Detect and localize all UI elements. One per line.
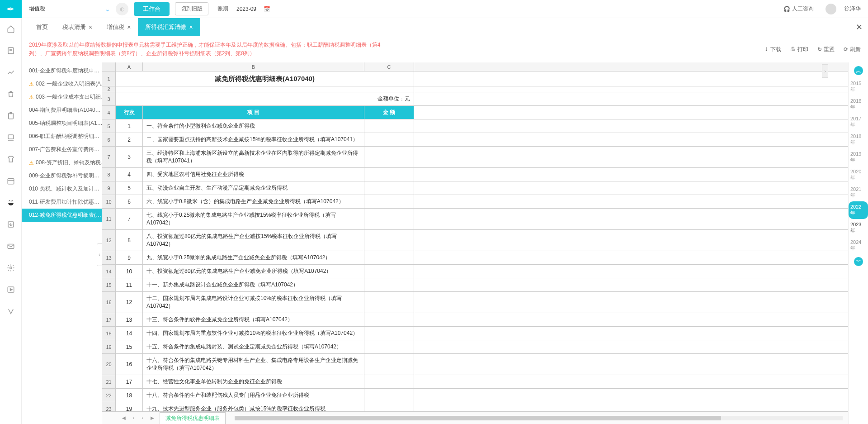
sheet-nav-prev[interactable]: ‹ bbox=[131, 415, 136, 420]
rail-export-icon[interactable] bbox=[0, 214, 22, 235]
row-header[interactable]: 20 bbox=[102, 354, 116, 375]
workbench-button[interactable]: 工作台 bbox=[134, 2, 170, 16]
cell-rownum[interactable]: 10 bbox=[116, 265, 143, 278]
cell-item[interactable]: 五、动漫企业自主开发、生产动漫产品定期减免企业所得税 bbox=[143, 181, 364, 195]
rail-bag-icon[interactable] bbox=[0, 83, 22, 105]
year-2019年[interactable]: 2019年 bbox=[849, 148, 868, 166]
year-2016年[interactable]: 2016年 bbox=[849, 95, 868, 113]
cell-amount[interactable] bbox=[364, 119, 414, 133]
cell-item[interactable]: 一、符合条件的小型微利企业减免企业所得税 bbox=[143, 119, 364, 133]
hdr-rownum[interactable]: 行次 bbox=[116, 106, 143, 119]
tree-item-5[interactable]: 006-职工薪酬纳税调整明细… bbox=[22, 130, 102, 143]
cell-rownum[interactable]: 9 bbox=[116, 251, 143, 264]
year-2017年[interactable]: 2017年 bbox=[849, 113, 868, 131]
cell-amount[interactable] bbox=[364, 313, 414, 326]
rail-calendar-icon[interactable] bbox=[0, 170, 22, 192]
avatar[interactable] bbox=[826, 4, 836, 14]
cell-rownum[interactable]: 7 bbox=[116, 209, 143, 229]
cell-item[interactable]: 八、投资额超过80亿元的集成电路生产企业减按15%税率征收企业所得税（填写A10… bbox=[143, 230, 364, 251]
rail-play-icon[interactable] bbox=[0, 279, 22, 300]
col-header-b[interactable]: B bbox=[143, 62, 364, 71]
h-scrollbar[interactable] bbox=[235, 416, 843, 420]
cell-item[interactable]: 十二、国家规划布局内集成电路设计企业可减按10%的税率征收企业所得税（填写A10… bbox=[143, 292, 364, 313]
row-header[interactable]: 21 bbox=[102, 375, 116, 388]
refresh-action[interactable]: ⟳ 刷新 bbox=[844, 45, 861, 54]
cell-rownum[interactable]: 11 bbox=[116, 278, 143, 291]
cell-amount[interactable] bbox=[364, 265, 414, 278]
year-2021年[interactable]: 2021年 bbox=[849, 184, 868, 201]
unit-cell[interactable]: 金额单位：元 bbox=[116, 92, 414, 105]
row-header[interactable]: 7 bbox=[102, 147, 116, 167]
rail-mail-icon[interactable] bbox=[0, 235, 22, 257]
sheet-body[interactable]: 1减免所得税优惠明细表(A107040)23金额单位：元4行次项 目金 额51一… bbox=[102, 71, 848, 411]
cell-item[interactable]: 十九、技术先进型服务企业（服务外包类）减按15%的税率征收企业所得税 bbox=[143, 402, 364, 411]
row-header[interactable]: 9 bbox=[102, 181, 116, 195]
rail-doc-icon[interactable] bbox=[0, 40, 22, 62]
cell-item[interactable]: 十一、新办集成电路设计企业减免企业所得税（填写A107042） bbox=[143, 278, 364, 291]
cell-amount[interactable] bbox=[364, 147, 414, 167]
row-header[interactable]: 14 bbox=[102, 265, 116, 278]
rail-clipboard-icon[interactable] bbox=[0, 105, 22, 127]
cell-item[interactable]: 十三、符合条件的软件企业减免企业所得税（填写A107042） bbox=[143, 313, 364, 326]
cell-rownum[interactable]: 17 bbox=[116, 375, 143, 388]
year-2015年[interactable]: 2015年 bbox=[849, 78, 868, 95]
year-2018年[interactable]: 2018年 bbox=[849, 131, 868, 148]
year-2023年[interactable]: 2023年 bbox=[849, 219, 868, 237]
cell-rownum[interactable]: 13 bbox=[116, 313, 143, 326]
close-all-tabs[interactable]: ✕ bbox=[856, 22, 863, 32]
row-header[interactable]: 8 bbox=[102, 168, 116, 181]
row-header[interactable]: 13 bbox=[102, 251, 116, 264]
cell-item[interactable]: 二、国家需要重点扶持的高新技术企业减按15%的税率征收企业所得税（填写A1070… bbox=[143, 133, 364, 146]
rail-shirt-icon[interactable] bbox=[0, 148, 22, 170]
cell-rownum[interactable]: 1 bbox=[116, 119, 143, 133]
app-logo[interactable]: ✒ bbox=[0, 0, 22, 18]
rail-stamp-icon[interactable] bbox=[0, 127, 22, 148]
tree-item-10[interactable]: 011-研发费用加计扣除优惠… bbox=[22, 195, 102, 209]
sheet-nav-first[interactable]: ◀ bbox=[120, 415, 127, 420]
col-header-a[interactable]: A bbox=[116, 62, 143, 71]
right-expand-handle[interactable]: › bbox=[822, 64, 828, 78]
circle-toggle[interactable]: ◐ bbox=[116, 3, 128, 15]
tree-item-8[interactable]: 009-企业所得税弥补亏损明… bbox=[22, 169, 102, 182]
tree-item-7[interactable]: ⚠008-资产折旧、摊销及纳税… bbox=[22, 156, 102, 169]
year-2020年[interactable]: 2020年 bbox=[849, 166, 868, 184]
row-header[interactable]: 23 bbox=[102, 402, 116, 411]
tab-3[interactable]: 所得税汇算清缴× bbox=[138, 18, 200, 36]
period-value[interactable]: 2023-09 bbox=[236, 6, 256, 12]
tree-item-3[interactable]: 004-期间费用明细表(A1040… bbox=[22, 104, 102, 117]
cell-rownum[interactable]: 15 bbox=[116, 340, 143, 353]
empty[interactable] bbox=[116, 86, 414, 92]
cell-amount[interactable] bbox=[364, 340, 414, 353]
tree-item-0[interactable]: 001-企业所得税年度纳税申… bbox=[22, 64, 102, 77]
tree-item-1[interactable]: ⚠002-一般企业收入明细表(A… bbox=[22, 77, 102, 91]
hdr-item[interactable]: 项 目 bbox=[143, 106, 364, 119]
calendar-icon[interactable]: 📅 bbox=[264, 6, 270, 12]
tab-2[interactable]: 增值税× bbox=[99, 18, 138, 36]
tree-item-2[interactable]: ⚠003-一般企业成本支出明细… bbox=[22, 91, 102, 104]
cell-rownum[interactable]: 16 bbox=[116, 354, 143, 375]
cell-amount[interactable] bbox=[364, 375, 414, 388]
row-header[interactable]: 1 bbox=[102, 71, 116, 86]
tab-close-icon[interactable]: × bbox=[189, 24, 193, 31]
rail-gear-icon[interactable] bbox=[0, 257, 22, 279]
download-action[interactable]: ⤓ 下载 bbox=[764, 45, 781, 54]
cell-amount[interactable] bbox=[364, 195, 414, 208]
cell-amount[interactable] bbox=[364, 251, 414, 264]
cell-rownum[interactable]: 19 bbox=[116, 402, 143, 411]
tab-1[interactable]: 税表清册× bbox=[55, 18, 99, 36]
cell-item[interactable]: 九、线宽小于0.25微米的集成电路生产企业减免企业所得税（填写A107042） bbox=[143, 251, 364, 264]
rail-home-icon[interactable] bbox=[0, 18, 22, 40]
row-header[interactable]: 5 bbox=[102, 119, 116, 133]
sheet-nav-next[interactable]: › bbox=[140, 415, 145, 420]
cell-amount[interactable] bbox=[364, 278, 414, 291]
cell-amount[interactable] bbox=[364, 402, 414, 411]
tree-item-11[interactable]: 012-减免所得税优惠明细表(… bbox=[22, 209, 102, 222]
sheet-nav-last[interactable]: ▶ bbox=[149, 415, 156, 420]
cell-item[interactable]: 十五、符合条件的集成电路封装、测试企业定期减免企业所得税（填写A107042） bbox=[143, 340, 364, 353]
cell-amount[interactable] bbox=[364, 327, 414, 340]
cell-amount[interactable] bbox=[364, 133, 414, 146]
reset-action[interactable]: ↻ 重置 bbox=[817, 45, 835, 54]
year-up[interactable]: ︽ bbox=[854, 66, 863, 75]
tree-item-4[interactable]: 005-纳税调整项目明细表(A1… bbox=[22, 117, 102, 130]
row-header[interactable]: 22 bbox=[102, 389, 116, 402]
